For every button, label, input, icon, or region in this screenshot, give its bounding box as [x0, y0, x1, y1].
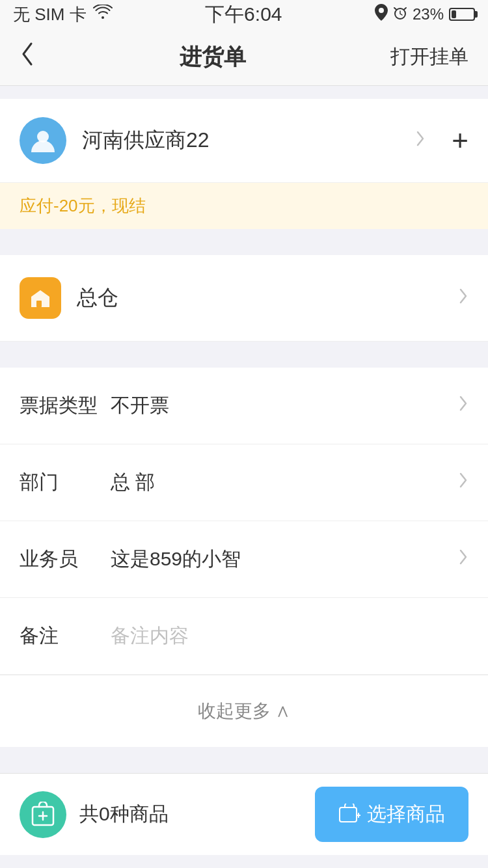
- supplier-chevron-icon: [415, 129, 426, 152]
- warehouse-row[interactable]: 总仓: [0, 255, 488, 342]
- salesperson-label: 业务员: [20, 546, 98, 573]
- nav-bar: 进货单 打开挂单: [0, 29, 488, 86]
- department-row[interactable]: 部门 总 部: [0, 444, 488, 521]
- alarm-icon: [393, 5, 407, 24]
- status-left: 无 SIM 卡: [13, 3, 113, 26]
- salesperson-chevron-icon: [458, 548, 468, 571]
- select-goods-icon: [338, 804, 360, 826]
- svg-rect-2: [36, 301, 42, 307]
- product-count: 共0种商品: [79, 801, 315, 828]
- location-icon: [375, 4, 388, 25]
- product-icon-wrap: [20, 791, 66, 838]
- page-title: 进货单: [180, 42, 246, 72]
- collapse-row[interactable]: 收起更多 ∧: [0, 675, 488, 747]
- divider-1: [0, 229, 488, 242]
- add-supplier-button[interactable]: +: [452, 124, 468, 157]
- remark-row[interactable]: 备注 备注内容: [0, 598, 488, 675]
- collapse-text: 收起更多 ∧: [198, 699, 291, 724]
- department-chevron-icon: [458, 471, 468, 494]
- salesperson-row[interactable]: 业务员 这是859的小智: [0, 521, 488, 598]
- battery-icon: [449, 8, 475, 21]
- status-right: 23%: [375, 4, 475, 25]
- invoice-type-chevron-icon: [458, 394, 468, 417]
- warehouse-section: 总仓: [0, 255, 488, 342]
- status-bar: 无 SIM 卡 下午6:04 23%: [0, 0, 488, 29]
- select-goods-label: 选择商品: [367, 801, 445, 828]
- supplier-avatar: [20, 117, 66, 164]
- battery-percent: 23%: [413, 5, 444, 23]
- back-button[interactable]: [20, 41, 35, 73]
- carrier-text: 无 SIM 卡: [13, 3, 87, 26]
- notice-text: 应付-20元，现结: [20, 196, 146, 215]
- invoice-type-value: 不开票: [98, 392, 458, 419]
- select-goods-button[interactable]: 选择商品: [315, 787, 468, 842]
- status-time: 下午6:04: [205, 1, 282, 28]
- invoice-type-row[interactable]: 票据类型 不开票: [0, 368, 488, 444]
- warehouse-chevron-icon: [458, 287, 468, 310]
- notice-bar: 应付-20元，现结: [0, 183, 488, 229]
- form-section: 票据类型 不开票 部门 总 部 业务员 这是859的小智 备注 备注内容: [0, 368, 488, 747]
- supplier-row[interactable]: 河南供应商22 +: [0, 99, 488, 183]
- wifi-icon: [93, 5, 113, 24]
- warehouse-name: 总仓: [77, 284, 458, 312]
- warehouse-icon-wrap: [20, 277, 61, 319]
- salesperson-value: 这是859的小智: [98, 546, 458, 573]
- department-value: 总 部: [98, 469, 458, 496]
- bottom-bar: 共0种商品 选择商品: [0, 773, 488, 855]
- supplier-section: 河南供应商22 + 应付-20元，现结: [0, 99, 488, 229]
- divider-3: [0, 747, 488, 760]
- svg-rect-4: [340, 807, 357, 822]
- open-pending-button[interactable]: 打开挂单: [390, 44, 468, 70]
- remark-label: 备注: [20, 623, 98, 649]
- invoice-type-label: 票据类型: [20, 392, 98, 419]
- divider-2: [0, 342, 488, 355]
- department-label: 部门: [20, 469, 98, 496]
- page-background: [0, 855, 488, 868]
- supplier-name: 河南供应商22: [82, 126, 415, 155]
- remark-placeholder: 备注内容: [98, 623, 468, 649]
